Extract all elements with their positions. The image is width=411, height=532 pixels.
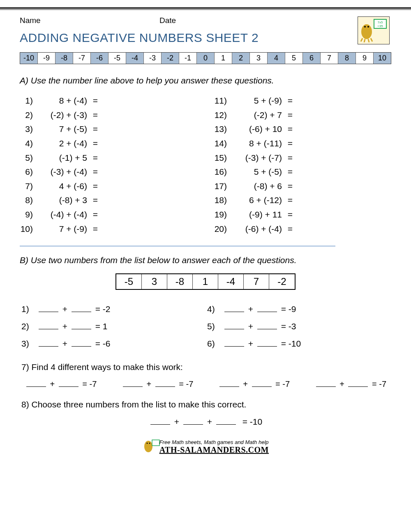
blank-field[interactable] — [72, 312, 91, 312]
problem-row: 11)5 + (-9)= — [206, 94, 391, 108]
fill-blank-row: 3) + = -6 — [20, 335, 206, 352]
problem-expression: 2 + (-4) — [38, 136, 91, 151]
number-line-cell: -6 — [91, 53, 109, 64]
blank-field[interactable] — [26, 386, 46, 387]
equals-sign: = — [91, 151, 99, 165]
svg-rect-7 — [152, 440, 159, 446]
number-line-cell: -10 — [20, 53, 38, 64]
blank-field[interactable] — [316, 386, 336, 387]
section-divider — [20, 246, 335, 246]
question-8-blanks: + + = -10 — [20, 417, 391, 427]
svg-point-4 — [364, 26, 366, 28]
blank-field[interactable] — [257, 312, 277, 312]
problem-expression: (-6) + (-4) — [232, 222, 286, 236]
blank-field[interactable] — [257, 329, 277, 329]
problem-row: 4)2 + (-4)= — [20, 136, 206, 151]
problem-number: 3) — [20, 335, 37, 352]
problem-expression: (-6) + 10 — [232, 122, 286, 136]
blank-field[interactable] — [183, 424, 203, 425]
plus-sign: + — [207, 417, 215, 426]
blank-field[interactable] — [348, 386, 368, 387]
fill-blank-row: 6) + = -10 — [206, 335, 391, 352]
number-line-cell: -8 — [55, 53, 73, 64]
svg-point-9 — [149, 443, 150, 444]
equals-sign: = — [91, 94, 99, 108]
blank-field[interactable] — [224, 312, 244, 312]
equals-sign: = — [91, 193, 99, 208]
problem-row: 15)(-3) + (-7)= — [206, 151, 391, 165]
blank-field[interactable] — [150, 424, 170, 425]
blank-field[interactable] — [39, 329, 58, 329]
problem-expression: (-1) + 5 — [38, 151, 91, 165]
blank-field[interactable] — [39, 312, 58, 312]
problem-number: 2) — [20, 318, 37, 335]
problem-expression: (-8) + 6 — [232, 179, 286, 194]
worksheet-page: Name Date 7x5 =35 ADDING NEGATIVE NUMBER… — [0, 10, 411, 463]
blank-field[interactable] — [123, 386, 143, 387]
plus-sign: + — [174, 417, 182, 426]
list-number: 7 — [244, 274, 269, 289]
problem-number: 13) — [206, 122, 232, 136]
equals-sign: = — [286, 108, 294, 123]
list-number: -2 — [269, 274, 295, 289]
problem-number: 14) — [206, 136, 232, 151]
list-number: 1 — [193, 274, 218, 289]
equals-sign: = — [286, 179, 294, 194]
q8-target: = -10 — [242, 417, 262, 426]
equals-sign: = — [286, 193, 294, 208]
equals-sign: = — [286, 151, 294, 165]
svg-text:=35: =35 — [377, 24, 383, 28]
list-number: -4 — [218, 274, 244, 289]
problem-expression: 6 + (-12) — [232, 193, 286, 208]
problem-row: 3)7 + (-5)= — [20, 122, 206, 136]
equals-sign: = — [91, 122, 99, 136]
section-b-problems: 1) + = -22) + = 13) + = -6 4) + = -95) +… — [20, 301, 391, 352]
equals-sign: = — [91, 165, 99, 179]
problem-row: 13)(-6) + 10= — [206, 122, 391, 136]
number-line-cell: 5 — [285, 53, 303, 64]
problem-number: 15) — [206, 151, 232, 165]
problem-row: 7)4 + (-6)= — [20, 179, 206, 194]
problem-number: 16) — [206, 165, 232, 179]
number-line-cell: -7 — [73, 53, 91, 64]
q7-blank-group: + = -7 — [218, 379, 290, 389]
blank-expression: + = -3 — [223, 318, 296, 335]
blank-field[interactable] — [72, 329, 91, 329]
problem-number: 11) — [206, 94, 232, 108]
blank-field[interactable] — [219, 386, 239, 387]
problem-expression: 8 + (-11) — [232, 136, 286, 151]
blank-field[interactable] — [39, 346, 58, 347]
blank-field[interactable] — [257, 346, 277, 347]
problem-expression: (-4) + (-4) — [38, 208, 91, 222]
problem-row: 6)(-3) + (-4)= — [20, 165, 206, 179]
blank-field[interactable] — [224, 329, 244, 329]
problem-number: 2) — [20, 108, 38, 123]
svg-point-6 — [144, 441, 152, 452]
problem-row: 17)(-8) + 6= — [206, 179, 391, 194]
q7-blank-group: + = -7 — [121, 379, 193, 389]
blank-field[interactable] — [224, 346, 244, 347]
blank-field[interactable] — [59, 386, 79, 387]
equals-sign: = — [286, 122, 294, 136]
equals-sign: = — [91, 208, 99, 222]
problem-expression: 5 + (-5) — [232, 165, 286, 179]
problem-number: 10) — [20, 222, 38, 236]
problem-expression: (-3) + (-7) — [232, 151, 286, 165]
blank-field[interactable] — [155, 386, 175, 387]
problem-row: 18)6 + (-12)= — [206, 193, 391, 208]
number-line-cell: 1 — [215, 53, 232, 64]
problem-number: 17) — [206, 179, 232, 194]
fill-blank-row: 2) + = 1 — [20, 318, 206, 335]
problem-row: 14)8 + (-11)= — [206, 136, 391, 151]
number-line-cell: -1 — [179, 53, 197, 64]
svg-text:7x5: 7x5 — [378, 21, 383, 24]
problem-row: 19)(-9) + 11= — [206, 208, 391, 222]
blank-field[interactable] — [252, 386, 272, 387]
problem-number: 1) — [20, 301, 37, 318]
fill-blank-row: 5) + = -3 — [206, 318, 391, 335]
number-list-box: -53-81-47-2 — [115, 273, 296, 290]
blank-field[interactable] — [216, 424, 236, 425]
blank-field[interactable] — [72, 346, 91, 347]
number-line-cell: 6 — [303, 53, 321, 64]
problem-expression: (-9) + 11 — [232, 208, 286, 222]
